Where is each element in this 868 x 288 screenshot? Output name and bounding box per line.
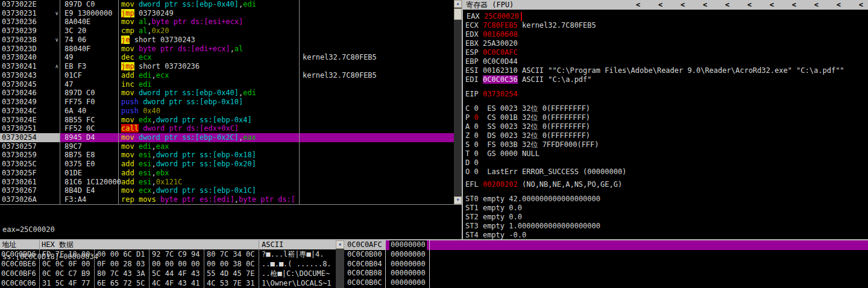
register-row[interactable]: ESI 00162310 ASCII ""C:\Program Files\Ad… xyxy=(465,66,868,75)
chevron-left-icon[interactable]: < xyxy=(770,0,774,10)
disasm-instruction: mov edx,dword ptr ss:[ebp-0x4] xyxy=(119,116,300,125)
chevron-left-icon[interactable]: < xyxy=(681,0,685,10)
disasm-instruction: add esi,dword ptr ss:[ebp-0x20] xyxy=(119,160,300,169)
disasm-row[interactable]: 037302598B75 E8mov esi,dword ptr ss:[ebp… xyxy=(0,151,454,160)
instruction-token: esi xyxy=(139,169,152,177)
scroll-up-icon[interactable]: ▲ xyxy=(454,0,462,8)
disasm-address: 03730240 xyxy=(0,53,60,62)
register-row[interactable]: EIP 03730254 xyxy=(465,90,868,99)
chevron-left-icon[interactable]: < xyxy=(837,0,841,10)
disasm-row[interactable]: 037302548945 D4mov dword ptr ss:[ebp-0x2… xyxy=(0,133,454,142)
chevron-left-icon[interactable]: < xyxy=(814,0,819,10)
chevron-left-icon[interactable]: < xyxy=(747,0,752,10)
disasm-comment xyxy=(300,116,454,125)
register-row[interactable]: EDX 00160608 xyxy=(465,30,868,39)
scroll-down-icon[interactable]: ▼ xyxy=(454,196,462,204)
jump-down-icon: ∨ xyxy=(55,9,58,18)
disasm-comment xyxy=(300,98,454,107)
fpu-register-row[interactable]: ST1 empty 0.0 xyxy=(465,204,868,213)
flag-row[interactable]: S 0 FS 003B 32位 7FFDF000(FFF) xyxy=(465,140,868,149)
stack-row[interactable]: 0C0C0B0400000000 xyxy=(344,260,868,269)
efl-row[interactable]: EFL 00200202 (NO,NB,NE,A,NS,PO,GE,G) xyxy=(465,180,868,189)
instruction-token: byte ptr ds:[esi+ecx] xyxy=(152,17,244,26)
instruction-token: mov xyxy=(121,0,139,8)
flag-row[interactable]: T 0 GS 0000 NULL xyxy=(465,149,868,158)
disasm-row[interactable]: 0373026181C6 1C120000add esi,0x121C xyxy=(0,178,454,187)
disasm-instruction: add esi,ebx xyxy=(119,169,300,178)
scrollbar-thumb[interactable] xyxy=(454,8,462,20)
disasm-row[interactable]: 03730251FF52 0Ccall dword ptr ds:[edx+0x… xyxy=(0,124,454,133)
disasm-row[interactable]: 0373025C0375 E0add esi,dword ptr ss:[ebp… xyxy=(0,160,454,169)
disasm-row[interactable]: 0373023D88040Fmov byte ptr ds:[edi+ecx],… xyxy=(0,45,454,54)
spacer xyxy=(479,75,483,84)
disasm-row[interactable]: 037302393C 20cmp al,0x20 xyxy=(0,27,454,36)
stack-row[interactable]: 0C0C0B0800000000 xyxy=(344,269,868,278)
instruction-token: je xyxy=(121,36,130,44)
disasm-row[interactable]: 037302368A040Emov al,byte ptr ds:[esi+ec… xyxy=(0,17,454,27)
disasm-address: 03730231∨ xyxy=(0,9,60,18)
register-row[interactable]: EAX 25C00020 xyxy=(465,12,868,21)
fpu-state: empty xyxy=(483,213,505,221)
disasm-address: 03730257 xyxy=(0,142,60,151)
disasm-instruction: mov esi,dword ptr ss:[ebp-0x18] xyxy=(119,151,300,160)
disasm-row[interactable]: 0373022E897D C0mov dword ptr ss:[ebp-0x4… xyxy=(0,0,454,9)
fpu-register-row[interactable]: ST0 empty 42.000000000000000000 xyxy=(465,195,868,204)
disasm-row[interactable]: 037302678B4D E4mov ecx,dword ptr ss:[ebp… xyxy=(0,186,454,195)
disasm-instruction: rep movs byte ptr es:[edi],byte ptr ds:[ xyxy=(119,195,300,204)
register-row[interactable]: ESP 0C0C0AFC xyxy=(465,48,868,57)
disasm-row[interactable]: 03730231∨E9 13000000jmp 03730249 xyxy=(0,9,454,18)
disasm-row[interactable]: 03730241∧EB F3jmp short 03730236 xyxy=(0,62,454,71)
register-row[interactable]: EBP 0C0C0D44 xyxy=(465,57,868,66)
disasm-row[interactable]: 0373024049dec ecxkernel32.7C80FEB5 xyxy=(0,53,454,62)
chevron-left-icon[interactable]: < xyxy=(636,0,640,10)
fpu-register-row[interactable]: ST2 empty 0.0 xyxy=(465,213,868,222)
flag-row[interactable]: D 0 xyxy=(465,158,868,167)
instruction-token: eax xyxy=(156,142,169,151)
stack-row[interactable]: 0C0C0AFC00000000 xyxy=(344,240,868,250)
disasm-row[interactable]: 0373023B∨74 06je short 03730243 xyxy=(0,36,454,45)
dump-row[interactable]: 0C0C0C0631 5C 4F 776E 65 72 5C4C 4F 43 4… xyxy=(0,278,336,288)
register-name: EBX xyxy=(465,39,479,48)
info-pane: eax=25C00020 ss:[0C0C0D18]=00000034 xyxy=(0,204,462,239)
register-row[interactable]: EBX 25A30020 xyxy=(465,39,868,48)
flag-row[interactable]: Z 0 DS 0023 32位 0(FFFFFFFF) xyxy=(465,131,868,140)
disasm-row[interactable]: 03730249FF75 F0push dword ptr ss:[ebp-0x… xyxy=(0,98,454,107)
chevron-left-icon[interactable]: < xyxy=(703,0,707,10)
fpu-register-row[interactable]: ST3 empty 1.0000000000000000000 xyxy=(465,222,868,231)
fpu-register-row[interactable]: ST4 empty -0.0 xyxy=(465,231,868,239)
disasm-address: 0373022E xyxy=(0,0,60,9)
disasm-row[interactable]: 0373024547inc edi xyxy=(0,80,454,89)
flag-row[interactable]: P 0 CS 001B 32位 0(FFFFFFFF) xyxy=(465,113,868,122)
scroll-up-icon[interactable]: ▲ xyxy=(336,240,344,249)
disasm-row[interactable]: 03730246897D C0mov dword ptr ss:[ebp-0x4… xyxy=(0,89,454,98)
disasm-comment xyxy=(300,142,454,151)
chevron-left-icon[interactable]: < xyxy=(859,0,863,10)
dump-scrollbar[interactable]: ▲ xyxy=(336,240,344,288)
instruction-token: call xyxy=(121,124,139,133)
flag-row[interactable]: O 0 LastErr ERROR_SUCCESS (00000000) xyxy=(465,167,868,177)
disasm-row[interactable]: 0373025789C7mov edi,eax xyxy=(0,142,454,151)
spacer xyxy=(479,66,483,75)
disasm-row[interactable]: 0373024C6A 40push 0x40 xyxy=(0,107,454,116)
disasm-row[interactable]: 0373026AF3:A4rep movs byte ptr es:[edi],… xyxy=(0,195,454,204)
dump-row[interactable]: 0C0C0BF60C 0C C7 B980 7C 43 3A5C 44 4F 4… xyxy=(0,269,336,278)
spacer xyxy=(479,131,487,140)
disasm-row[interactable]: 0373025F01DEadd esi,ebx xyxy=(0,169,454,178)
disasm-row[interactable]: 0373024E8B55 FCmov edx,dword ptr ss:[ebp… xyxy=(0,116,454,125)
disasm-bytes: E9 13000000 xyxy=(60,9,119,18)
chevron-left-icon[interactable]: < xyxy=(658,0,662,10)
disasm-row[interactable]: 0373024301CFadd edi,ecxkernel32.7C80FEB5 xyxy=(0,71,454,80)
register-row[interactable]: EDI 0C0C0C36 ASCII "C:\a.pdf" xyxy=(465,75,868,84)
flag-row[interactable]: C 0 ES 0023 32位 0(FFFFFFFF) xyxy=(465,104,868,113)
stack-row[interactable]: 0C0C0B0C00000000 xyxy=(344,278,868,288)
dump-row[interactable]: 0C0C0BE60C 0C 0F 000F 00 28 0300 00 00 0… xyxy=(0,259,336,269)
disassembly-scrollbar[interactable]: ▲ ▼ xyxy=(454,0,462,204)
chevron-left-icon[interactable]: < xyxy=(725,0,729,10)
register-row[interactable]: ECX 7C80FEB5 kernel32.7C80FEB5 xyxy=(465,21,868,30)
stack-row[interactable]: 0C0C0B0000000000 xyxy=(344,250,868,260)
instruction-token: , xyxy=(147,27,151,35)
disasm-address: 03730243 xyxy=(0,71,60,80)
chevron-left-icon[interactable]: < xyxy=(792,0,796,10)
dump-row[interactable]: 0C0C0BD6FD 7F 10 0000 00 6C D192 7C C9 9… xyxy=(0,249,336,259)
flag-row[interactable]: A 0 SS 0023 32位 0(FFFFFFFF) xyxy=(465,122,868,131)
